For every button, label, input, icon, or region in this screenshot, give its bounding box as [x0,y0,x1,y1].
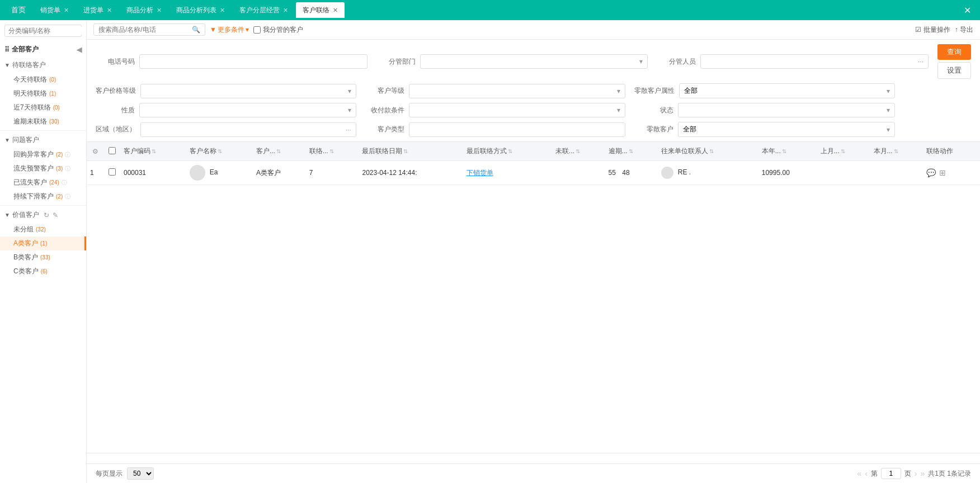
sort-icon-last-month[interactable]: ⇅ [841,148,845,154]
prev-page-btn[interactable]: ‹ [865,469,868,478]
filter-actions: ☑ 批量操作 ↑ 导出 [915,25,973,35]
gear-icon[interactable]: ⚙ [92,148,98,155]
nav-tab-customer-contact[interactable]: 客户联络 ✕ [296,2,345,18]
close-icon-segment[interactable]: ✕ [283,7,288,14]
sidebar-item-7day-contact[interactable]: 近7天待联络 (0) [0,101,86,115]
my-customers-check[interactable] [253,26,261,34]
export-btn[interactable]: ↑ 导出 [955,25,973,35]
payment-select[interactable]: ▾ [409,103,626,117]
sidebar-item-c-class[interactable]: C类客户 (6) [0,264,86,278]
nav-tab-product-list[interactable]: 商品分析列表 ✕ [169,2,232,18]
retail-customer-select[interactable]: 全部 ▾ [678,122,895,137]
close-icon-analysis[interactable]: ✕ [157,7,162,14]
row-checkbox[interactable] [109,168,116,176]
window-close-button[interactable]: ✕ [959,5,976,16]
sidebar-item-ungrouped[interactable]: 未分组 (32) [0,222,86,236]
sidebar-search-input[interactable] [8,27,87,35]
page-size-select[interactable]: 50 [127,467,154,480]
filter-search-box[interactable]: 🔍 [93,23,205,36]
close-icon-list[interactable]: ✕ [220,7,225,14]
sidebar-item-declining[interactable]: 持续下滑客户 (2) ⓘ [0,190,86,203]
all-customers-header[interactable]: ⠿ 全部客户 ◀ [0,41,86,58]
sort-icon-date[interactable]: ⇅ [403,148,408,154]
first-page-btn[interactable]: « [857,469,861,478]
status-select[interactable]: ▾ [678,103,895,117]
sidebar-item-tomorrow-contact[interactable]: 明天待联络 (1) [0,87,86,101]
edit-icon[interactable]: ✎ [53,211,58,219]
batch-op-btn[interactable]: ☑ 批量操作 [915,25,950,35]
qr-icon[interactable]: ⊞ [939,168,946,177]
close-icon-purchase[interactable]: ✕ [107,7,112,14]
sidebar-item-churn-warning[interactable]: 流失预警客户 (3) ⓘ [0,162,86,176]
sidebar-item-today-contact[interactable]: 今天待联络 (0) [0,73,86,87]
retail-attr-select[interactable]: 全部 ▾ [679,83,895,98]
value-customers-group[interactable]: ▼ 价值客户 ↻ ✎ [0,207,86,222]
message-icon[interactable]: 💬 [926,168,936,177]
row-this-month [870,161,924,185]
nav-tab-purchase[interactable]: 进货单 ✕ [77,2,119,18]
price-level-select[interactable]: ▾ [140,84,356,98]
main-layout: 🔍 ⠿ 全部客户 ◀ ▼ 待联络客户 今天待联络 (0) 明天待联络 (1) 近… [0,20,980,483]
top-nav: 首页 销货单 ✕ 进货单 ✕ 商品分析 ✕ 商品分析列表 ✕ 客户分层经营 ✕ … [0,0,980,20]
arrow-down-icon-2: ▼ [4,137,10,143]
last-method-link[interactable]: 下销货单 [467,169,493,177]
row-contact-count: 7 [306,161,359,185]
customer-level-select[interactable]: ▾ [409,84,626,98]
h-scrollbar[interactable] [87,455,980,462]
data-table: ⚙ 客户编码 ⇅ 客户名称 [87,142,980,185]
page-number-input[interactable] [881,468,901,479]
filter-phone: 电话号码 [96,54,368,69]
region-input[interactable]: ··· [140,122,356,137]
sort-icon-code[interactable]: ⇅ [152,148,156,154]
sidebar-search-box[interactable]: 🔍 [4,25,82,37]
close-icon-sales[interactable]: ✕ [64,7,69,14]
th-last-month: 上月... ⇅ [817,142,870,161]
close-icon-contact[interactable]: ✕ [333,7,338,14]
chevron-icon-4: ▾ [887,87,890,95]
arrow-down-icon: ▼ [4,62,10,68]
sort-icon-name[interactable]: ⇅ [218,148,222,154]
sort-icon-type[interactable]: ⇅ [276,148,281,154]
arrow-down-icon-3: ▼ [4,212,10,218]
problem-customers-group[interactable]: ▼ 问题客户 [0,132,86,148]
sort-icon-no-contact[interactable]: ⇅ [576,148,580,154]
phone-input[interactable] [139,54,368,69]
sort-icon-contact[interactable]: ⇅ [329,148,334,154]
nature-select[interactable]: ▾ [139,103,356,117]
sidebar-item-overdue-contact[interactable]: 逾期未联络 (30) [0,115,86,129]
sort-icon-method[interactable]: ⇅ [508,148,512,154]
filter-row-1: 电话号码 分管部门 ▾ 分管人员 ··· 查询 设置 [96,44,971,79]
sidebar-item-churned[interactable]: 已流失客户 (24) ⓘ [0,176,86,190]
filter-search-input[interactable] [98,26,190,34]
data-table-container: ⚙ 客户编码 ⇅ 客户名称 [87,142,980,453]
customer-type-select[interactable] [409,122,626,137]
settings-button[interactable]: 设置 [937,62,971,79]
nav-tab-sales[interactable]: 销货单 ✕ [34,2,76,18]
my-customers-checkbox[interactable]: 我分管的客户 [253,25,303,35]
sort-icon-person[interactable]: ⇅ [709,148,714,154]
next-page-btn[interactable]: › [915,469,917,478]
nav-tab-customer-segment[interactable]: 客户分层经营 ✕ [233,2,295,18]
manager-input[interactable]: ··· [700,54,929,69]
chevron-icon: ▾ [639,58,643,65]
select-all-checkbox[interactable] [109,147,116,154]
more-filters-btn[interactable]: ▼ 更多条件 ▾ [210,25,249,35]
last-page-btn[interactable]: » [921,469,925,478]
refresh-icon[interactable]: ↻ [44,211,49,219]
th-last-method: 最后联络方式 ⇅ [463,142,552,161]
chevron-icon-6: ▾ [617,106,620,114]
sidebar-item-a-class[interactable]: A类客户 (1) [0,236,86,250]
sidebar-item-b-class[interactable]: B类客户 (33) [0,250,86,264]
sort-icon-this-month[interactable]: ⇅ [894,148,898,154]
nav-home[interactable]: 首页 [4,5,32,15]
sort-icon-year[interactable]: ⇅ [782,148,786,154]
query-button[interactable]: 查询 [937,44,971,60]
nav-tab-product-analysis[interactable]: 商品分析 ✕ [120,2,168,18]
collapse-icon[interactable]: ◀ [77,46,82,54]
pending-contact-group[interactable]: ▼ 待联络客户 [0,58,86,73]
checkbox-icon: ☑ [915,26,921,34]
dept-select[interactable]: ▾ [420,54,648,69]
action-buttons: 查询 设置 [937,44,971,79]
sort-icon-overdue[interactable]: ⇅ [629,148,633,154]
sidebar-item-abnormal[interactable]: 回购异常客户 (2) ⓘ [0,148,86,162]
